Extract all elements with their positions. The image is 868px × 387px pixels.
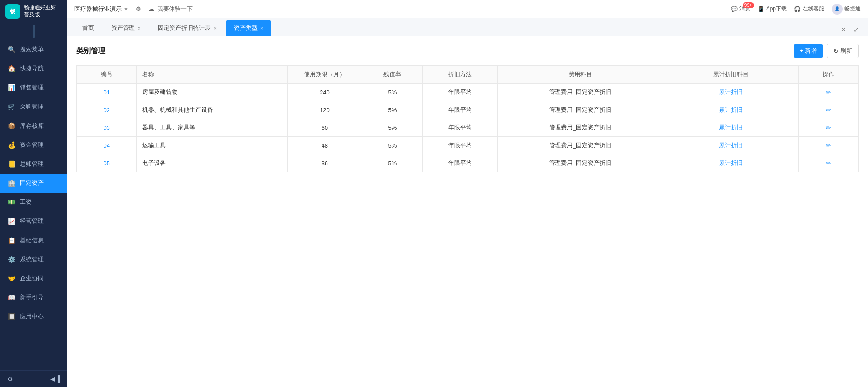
cell-action: ✏ [799, 101, 859, 119]
edit-icon[interactable]: ✏ [826, 124, 831, 131]
cell-expense: 管理费用_固定资产折旧 [498, 101, 663, 119]
sidebar-footer: ⚙ ◀▐ [0, 370, 67, 387]
industry-selector[interactable]: 医疗器械行业演示 ▼ [74, 5, 129, 13]
sidebar: 畅 畅捷通好业财 普及版 🔍 搜索菜单 🏠 快捷导航 📊 销售管理 🛒 采购管理… [0, 0, 67, 387]
customer-service-button[interactable]: 🎧 在线客服 [794, 5, 824, 13]
maximize-button[interactable]: ⤢ [852, 25, 861, 34]
minimize-button[interactable]: ✕ [839, 25, 848, 34]
logo-text: 畅捷通好业财 普及版 [24, 4, 56, 18]
experience-label: 我要体验一下 [157, 5, 193, 13]
app-name: 畅捷通好业财 [24, 4, 56, 11]
sidebar-label-system: 系统管理 [20, 255, 44, 263]
cell-accum: 累计折旧 [663, 154, 799, 172]
message-button[interactable]: 💬 消息 99+ [731, 5, 750, 13]
collapse-icon[interactable]: ◀▐ [50, 375, 60, 382]
cell-id: 02 [77, 101, 137, 119]
tab-asset-mgmt[interactable]: 资产管理 × [104, 20, 148, 36]
sidebar-item-system[interactable]: ⚙️ 系统管理 [0, 250, 67, 269]
edit-icon[interactable]: ✏ [826, 142, 831, 149]
cell-expense: 管理费用_固定资产折旧 [498, 154, 663, 172]
logo-icon: 畅 [5, 4, 20, 19]
refresh-label: 刷新 [840, 47, 852, 55]
cell-expense: 管理费用_固定资产折旧 [498, 137, 663, 154]
cell-accum: 累计折旧 [663, 84, 799, 101]
sidebar-label-search: 搜索菜单 [20, 45, 44, 54]
tab-asset-mgmt-label: 资产管理 [111, 24, 135, 32]
sidebar-item-cooperation[interactable]: 🤝 企业协同 [0, 269, 67, 288]
cloud-icon: ☁ [149, 5, 154, 12]
edit-icon[interactable]: ✏ [826, 106, 831, 114]
sidebar-item-purchase[interactable]: 🛒 采购管理 [0, 97, 67, 116]
sidebar-label-purchase: 采购管理 [20, 103, 44, 111]
basic-info-icon: 📋 [7, 237, 15, 244]
sidebar-item-guide[interactable]: 📖 新手引导 [0, 288, 67, 307]
cell-action: ✏ [799, 154, 859, 172]
sidebar-logo: 畅 畅捷通好业财 普及版 [0, 0, 67, 23]
sidebar-item-funds[interactable]: 💰 资金管理 [0, 135, 67, 154]
cell-name: 运输工具 [137, 137, 287, 154]
operations-icon: 📈 [7, 218, 15, 225]
app-download-label: App下载 [766, 5, 787, 13]
col-header-expense: 费用科目 [498, 66, 663, 84]
salary-icon: 💵 [7, 198, 15, 206]
tab-home-label: 首页 [82, 24, 94, 32]
cell-accum: 累计折旧 [663, 119, 799, 137]
tab-asset-type[interactable]: 资产类型 × [226, 20, 271, 36]
close-icon[interactable]: × [138, 25, 140, 31]
app-edition: 普及版 [24, 11, 56, 19]
sidebar-item-search[interactable]: 🔍 搜索菜单 [0, 40, 67, 59]
sidebar-item-quick-nav[interactable]: 🏠 快捷导航 [0, 59, 67, 78]
cell-expense: 管理费用_固定资产折旧 [498, 84, 663, 101]
sidebar-label-fixed-assets: 固定资产 [20, 179, 44, 187]
cell-method: 年限平均 [422, 137, 498, 154]
search-icon: 🔍 [7, 46, 15, 53]
cell-accum: 累计折旧 [663, 137, 799, 154]
cell-expense: 管理费用_固定资产折旧 [498, 119, 663, 137]
new-button[interactable]: + 新增 [794, 44, 823, 58]
refresh-button[interactable]: ↻ 刷新 [827, 44, 859, 58]
customer-service-label: 在线客服 [803, 5, 824, 13]
table-row: 04 运输工具 48 5% 年限平均 管理费用_固定资产折旧 累计折旧 ✏ [77, 137, 859, 154]
col-header-period: 使用期限（月） [287, 66, 362, 84]
cell-method: 年限平均 [422, 101, 498, 119]
sidebar-label-funds: 资金管理 [20, 141, 44, 149]
settings-button[interactable]: ⚙ [132, 3, 145, 15]
sales-icon: 📊 [7, 84, 15, 91]
sidebar-item-sales[interactable]: 📊 销售管理 [0, 78, 67, 97]
cell-id: 04 [77, 137, 137, 154]
sidebar-item-basic-info[interactable]: 📋 基础信息 [0, 231, 67, 250]
cell-name: 电子设备 [137, 154, 287, 172]
tab-depreciation-table[interactable]: 固定资产折旧统计表 × [150, 20, 224, 36]
cell-name: 房屋及建筑物 [137, 84, 287, 101]
sidebar-item-fixed-assets[interactable]: 🏢 固定资产 [0, 174, 67, 193]
edit-icon[interactable]: ✏ [826, 159, 831, 167]
topbar-left: 医疗器械行业演示 ▼ ⚙ ☁ 我要体验一下 [74, 3, 725, 15]
tab-home[interactable]: 首页 [74, 20, 102, 36]
close-icon[interactable]: × [260, 25, 263, 31]
sidebar-item-salary[interactable]: 💵 工资 [0, 193, 67, 212]
cell-action: ✏ [799, 84, 859, 101]
cell-period: 240 [287, 84, 362, 101]
tab-asset-type-label: 资产类型 [234, 24, 258, 32]
sidebar-label-inventory: 库存核算 [20, 122, 44, 130]
app-download-button[interactable]: 📱 App下载 [758, 5, 787, 13]
tab-depreciation-label: 固定资产折旧统计表 [158, 24, 211, 32]
tabs-bar: 首页 资产管理 × 固定资产折旧统计表 × 资产类型 × ✕ ⤢ [67, 18, 868, 36]
user-menu[interactable]: 👤 畅捷通 [832, 4, 861, 15]
sidebar-item-operations[interactable]: 📈 经营管理 [0, 212, 67, 231]
topbar: 医疗器械行业演示 ▼ ⚙ ☁ 我要体验一下 💬 消息 99+ 📱 App下载 [67, 0, 868, 18]
funds-icon: 💰 [7, 141, 15, 149]
user-label: 畅捷通 [844, 5, 861, 13]
cell-action: ✏ [799, 137, 859, 154]
sidebar-label-guide: 新手引导 [20, 293, 44, 302]
edit-icon[interactable]: ✏ [826, 89, 831, 96]
close-icon[interactable]: × [213, 25, 216, 31]
cell-residual: 5% [362, 119, 422, 137]
sidebar-item-app-center[interactable]: 🔲 应用中心 [0, 307, 67, 326]
sidebar-item-ledger[interactable]: 📒 总账管理 [0, 154, 67, 174]
message-badge: 99+ [743, 2, 754, 8]
app-center-icon: 🔲 [7, 313, 15, 320]
settings-icon[interactable]: ⚙ [7, 375, 13, 382]
sidebar-item-inventory[interactable]: 📦 库存核算 [0, 116, 67, 135]
experience-button[interactable]: ☁ 我要体验一下 [149, 5, 193, 13]
